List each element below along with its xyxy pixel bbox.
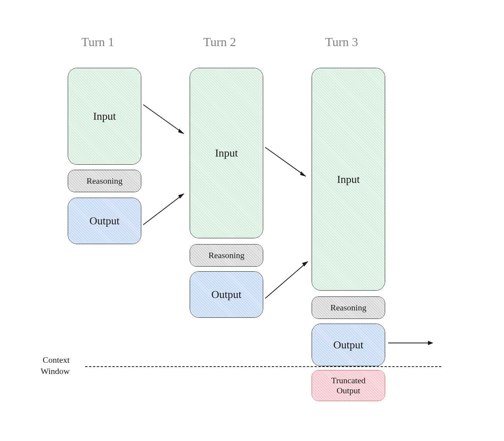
context-window-line: [85, 366, 441, 367]
turn-1-label: Turn 1: [81, 35, 114, 49]
svg-line-4: [265, 147, 306, 176]
turn2-reasoning-box: Reasoning: [190, 244, 263, 267]
turn3-output-label: Output: [333, 338, 363, 351]
turn3-output-box: Output: [312, 324, 385, 366]
turn-3-label: Turn 3: [325, 35, 358, 49]
arrow-output3-out: [386, 337, 439, 349]
turn2-input-box: Input: [190, 68, 263, 238]
context-window-label: Context Window: [41, 355, 70, 377]
svg-marker-5: [300, 172, 306, 176]
turn1-reasoning-box: Reasoning: [68, 170, 141, 192]
turn1-reasoning-label: Reasoning: [87, 176, 123, 186]
svg-marker-9: [428, 341, 433, 345]
svg-marker-1: [178, 129, 184, 134]
arrow-input1-to-input2: [141, 103, 192, 141]
svg-line-0: [143, 105, 184, 134]
turn3-input-box: Input: [312, 68, 385, 291]
turn1-output-label: Output: [89, 214, 120, 227]
svg-line-2: [143, 194, 184, 225]
arrow-output2-to-input3: [263, 256, 314, 302]
turn2-output-label: Output: [211, 288, 242, 301]
turn1-output-box: Output: [68, 198, 141, 244]
turn1-input-box: Input: [68, 68, 141, 165]
turn3-truncated-box: Truncated Output: [312, 370, 385, 401]
arrow-output1-to-input2: [141, 190, 192, 229]
turn2-reasoning-label: Reasoning: [209, 250, 245, 260]
diagram-canvas: Turn 1 Turn 2 Turn 3 Input Reasoning Out…: [0, 0, 504, 441]
turn-2-label: Turn 2: [203, 35, 236, 49]
turn3-reasoning-box: Reasoning: [312, 296, 385, 319]
turn3-input-label: Input: [337, 173, 360, 186]
turn1-input-label: Input: [93, 110, 116, 123]
turn3-reasoning-label: Reasoning: [331, 303, 367, 313]
turn2-output-box: Output: [190, 271, 263, 318]
arrow-input2-to-input3: [263, 145, 314, 184]
svg-line-6: [265, 262, 308, 298]
turn3-truncated-label: Truncated Output: [331, 376, 365, 396]
turn2-input-label: Input: [215, 146, 238, 160]
